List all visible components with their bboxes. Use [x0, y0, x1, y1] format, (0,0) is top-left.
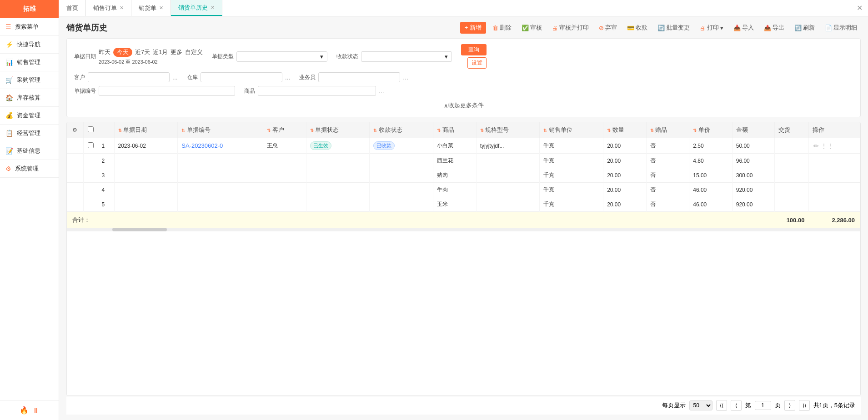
- data-table-container: ⚙ ⇅ 单据日期 ⇅ 单据编号 ⇅ 客户 ⇅ 单据状态 ⇅ 收款状态 ⇅ 商品 …: [66, 122, 861, 396]
- td-payment-status: [370, 183, 433, 197]
- td-checkbox[interactable]: [83, 197, 98, 212]
- tab-home[interactable]: 首页: [59, 0, 86, 16]
- th-goods[interactable]: ⇅ 商品: [433, 122, 477, 138]
- close-all-tabs-button[interactable]: ✕: [851, 4, 868, 12]
- sidebar-item-base-info[interactable]: 📝 基础信息: [0, 142, 59, 160]
- more-icon[interactable]: ⋮⋮: [821, 142, 833, 150]
- goods-input[interactable]: [258, 86, 376, 96]
- tab-close-icon[interactable]: ✕: [211, 5, 215, 10]
- collapse-row[interactable]: ∧ 收起更多条件: [74, 100, 853, 111]
- sidebar-item-search-menu[interactable]: ☰ 搜索菜单: [0, 18, 59, 36]
- sidebar-item-fund-mgmt[interactable]: 💰 资金管理: [0, 107, 59, 125]
- th-doc-status[interactable]: ⇅ 单据状态: [306, 122, 370, 138]
- th-customer[interactable]: ⇅ 客户: [263, 122, 306, 138]
- show-detail-button[interactable]: 📄 显示明细: [821, 22, 861, 34]
- row-checkbox[interactable]: [88, 142, 94, 148]
- td-unit: 千克: [540, 168, 603, 183]
- export-button[interactable]: 📤 导出: [760, 22, 788, 34]
- td-checkbox[interactable]: [83, 168, 98, 183]
- warehouse-input[interactable]: [201, 72, 282, 82]
- edit-icon[interactable]: ✏: [813, 142, 819, 150]
- tab-sales-history[interactable]: 销货单历史 ✕: [171, 0, 222, 16]
- th-doc-date[interactable]: ⇅ 单据日期: [114, 122, 178, 138]
- td-doc-no[interactable]: [178, 168, 263, 183]
- th-quantity[interactable]: ⇅ 数量: [603, 122, 647, 138]
- sidebar-item-inventory[interactable]: 🏠 库存核算: [0, 89, 59, 107]
- date-tab-yesterday[interactable]: 昨天: [99, 48, 110, 56]
- th-gear[interactable]: ⚙: [67, 122, 83, 138]
- select-all-checkbox[interactable]: [88, 126, 94, 132]
- page-suffix: 页: [775, 401, 781, 410]
- pause-icon[interactable]: ⏸: [32, 406, 40, 415]
- date-tab-custom[interactable]: 自定义: [185, 48, 203, 56]
- filter-row-1: 单据日期 昨天 今天 近7天 近1月 更多 自定义 2023-06-02 至 2…: [74, 44, 853, 69]
- payment-status-select[interactable]: ▾: [361, 51, 452, 62]
- date-tab-more[interactable]: 更多: [171, 48, 182, 56]
- refresh-button[interactable]: 🔃 刷新: [791, 22, 818, 34]
- sort-icon: ⇅: [650, 128, 654, 133]
- sidebar-item-quick-nav[interactable]: ⚡ 快捷导航: [0, 36, 59, 54]
- doc-no-link[interactable]: SA-20230602-0: [181, 142, 223, 149]
- receive-icon: 💳: [627, 25, 634, 31]
- tab-close-icon[interactable]: ✕: [120, 5, 124, 11]
- td-doc-no[interactable]: [178, 154, 263, 168]
- settings-button[interactable]: 设置: [467, 57, 487, 69]
- th-payment-status[interactable]: ⇅ 收款状态: [370, 122, 433, 138]
- td-doc-no[interactable]: [178, 183, 263, 197]
- receive-button-label: 收款: [636, 24, 647, 32]
- sidebar-item-sales-mgmt[interactable]: 📊 销售管理: [0, 54, 59, 71]
- sidebar-item-purchase-mgmt[interactable]: 🛒 采购管理: [0, 71, 59, 89]
- print-button-label: 打印: [707, 24, 719, 32]
- doc-type-select[interactable]: ▾: [236, 51, 327, 62]
- fire-icon[interactable]: 🔥: [20, 406, 29, 415]
- date-tab-1month[interactable]: 近1月: [153, 48, 168, 56]
- horizontal-scrollbar[interactable]: [67, 228, 860, 231]
- per-page-select[interactable]: 50 100 200: [689, 400, 712, 410]
- batch-change-button[interactable]: 🔄 批量变更: [654, 22, 693, 34]
- customer-input[interactable]: [88, 72, 170, 82]
- td-doc-no[interactable]: SA-20230602-0: [178, 138, 263, 154]
- doc-date-label: 单据日期: [74, 53, 96, 60]
- abandon-button[interactable]: ⊘ 弃审: [595, 22, 621, 34]
- sidebar-item-sys-mgmt[interactable]: ⚙ 系统管理: [0, 160, 59, 178]
- new-button[interactable]: + 新增: [460, 22, 486, 34]
- scrollbar-thumb[interactable]: [112, 228, 167, 231]
- td-checkbox[interactable]: [83, 183, 98, 197]
- td-checkbox[interactable]: [83, 154, 98, 168]
- doc-no-input[interactable]: [99, 86, 235, 96]
- goods-dots[interactable]: ...: [379, 87, 384, 95]
- last-page-button[interactable]: ⟩⟩: [799, 400, 810, 411]
- goods-filter-item: 商品 ...: [244, 86, 384, 96]
- prev-page-button[interactable]: ⟨: [731, 400, 742, 411]
- tab-sales-order[interactable]: 销售订单 ✕: [86, 0, 131, 16]
- th-unit-price[interactable]: ⇅ 单价: [689, 122, 733, 138]
- tab-sales-invoice[interactable]: 销货单 ✕: [131, 0, 171, 16]
- import-button[interactable]: 📥 导入: [730, 22, 758, 34]
- th-doc-no[interactable]: ⇅ 单据编号: [178, 122, 263, 138]
- th-spec[interactable]: ⇅ 规格型号: [476, 122, 540, 138]
- audit-button[interactable]: ✅ 审核: [518, 22, 546, 34]
- receive-button[interactable]: 💳 收款: [623, 22, 651, 34]
- date-tab-today[interactable]: 今天: [113, 48, 132, 57]
- salesperson-input[interactable]: [318, 72, 400, 82]
- next-page-button[interactable]: ⟩: [784, 400, 795, 411]
- warehouse-dots[interactable]: ...: [285, 74, 291, 81]
- td-checkbox[interactable]: [83, 138, 98, 154]
- query-button[interactable]: 查询: [461, 44, 487, 55]
- td-unit: 千克: [540, 183, 603, 197]
- th-checkbox[interactable]: [83, 122, 98, 138]
- tab-close-icon[interactable]: ✕: [159, 5, 163, 11]
- th-unit[interactable]: ⇅ 销售单位: [540, 122, 603, 138]
- page-number-input[interactable]: [755, 401, 771, 410]
- print-button[interactable]: 🖨 打印 ▾: [696, 22, 727, 34]
- td-doc-no[interactable]: [178, 197, 263, 212]
- sidebar-item-label: 库存核算: [17, 94, 40, 102]
- date-tab-7days[interactable]: 近7天: [135, 48, 150, 56]
- salesperson-dots[interactable]: ...: [403, 74, 408, 81]
- th-gift[interactable]: ⇅ 赠品: [646, 122, 689, 138]
- sidebar-item-ops-mgmt[interactable]: 📋 经营管理: [0, 125, 59, 142]
- audit-print-button[interactable]: 🖨 审核并打印: [548, 22, 592, 34]
- delete-button[interactable]: 🗑 删除: [489, 22, 515, 34]
- first-page-button[interactable]: ⟨⟨: [716, 400, 727, 411]
- customer-dots[interactable]: ...: [172, 74, 178, 81]
